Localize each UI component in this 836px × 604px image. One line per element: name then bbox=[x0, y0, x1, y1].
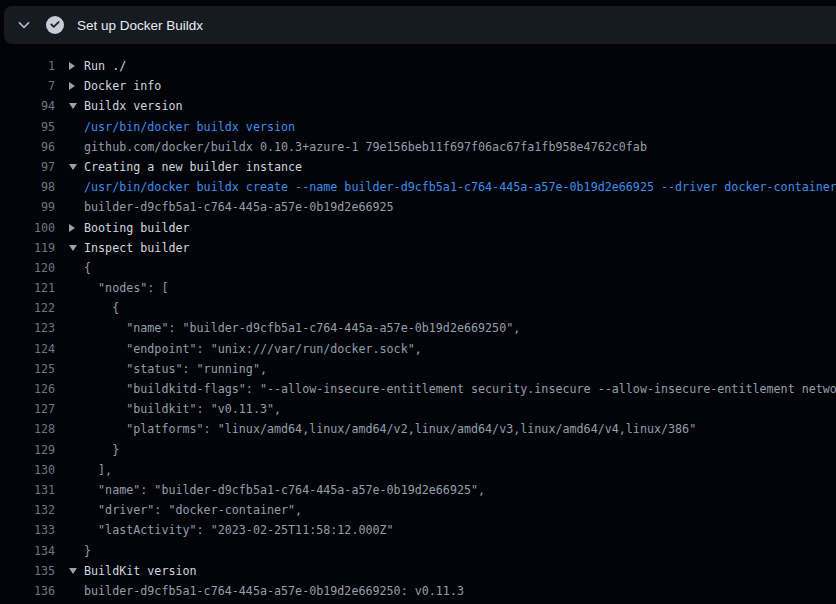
log-line: 95/usr/bin/docker buildx version bbox=[0, 117, 836, 137]
log-text: "platforms": "linux/amd64,linux/amd64/v2… bbox=[84, 419, 696, 439]
group-title[interactable]: BuildKit version bbox=[84, 561, 197, 581]
line-number[interactable]: 128 bbox=[0, 419, 55, 439]
log-text: "lastActivity": "2023-02-25T11:58:12.000… bbox=[84, 520, 394, 540]
line-number[interactable]: 135 bbox=[0, 561, 55, 581]
log-line: 96github.com/docker/buildx 0.10.3+azure-… bbox=[0, 137, 836, 157]
chevron-down-icon[interactable] bbox=[12, 13, 36, 37]
group-expanded-arrow-icon[interactable] bbox=[69, 164, 77, 170]
log-text: "buildkitd-flags": "--allow-insecure-ent… bbox=[84, 379, 836, 399]
step-title: Set up Docker Buildx bbox=[77, 18, 203, 33]
gutter bbox=[55, 82, 84, 90]
log-line: 132 "driver": "docker-container", bbox=[0, 500, 836, 520]
log-text: { bbox=[84, 258, 91, 278]
log-line: 97Creating a new builder instance bbox=[0, 157, 836, 177]
log-line: 127 "buildkit": "v0.11.3", bbox=[0, 399, 836, 419]
log-text: "endpoint": "unix:///var/run/docker.sock… bbox=[84, 339, 422, 359]
group-collapsed-arrow-icon[interactable] bbox=[69, 224, 75, 232]
line-number[interactable]: 1 bbox=[0, 56, 55, 76]
group-expanded-arrow-icon[interactable] bbox=[69, 568, 77, 574]
line-number[interactable]: 95 bbox=[0, 117, 55, 137]
log-output: 1Run ./7Docker info94Buildx version95/us… bbox=[0, 44, 836, 604]
gutter bbox=[55, 568, 84, 574]
log-text: { bbox=[84, 298, 119, 318]
line-number[interactable]: 129 bbox=[0, 440, 55, 460]
line-number[interactable]: 122 bbox=[0, 298, 55, 318]
log-text: } bbox=[84, 440, 119, 460]
check-circle-icon bbox=[46, 16, 64, 34]
log-text: github.com/docker/buildx 0.10.3+azure-1 … bbox=[84, 137, 647, 157]
group-expanded-arrow-icon[interactable] bbox=[69, 103, 77, 109]
log-line: 126 "buildkitd-flags": "--allow-insecure… bbox=[0, 379, 836, 399]
log-text: "driver": "docker-container", bbox=[84, 500, 302, 520]
line-number[interactable]: 124 bbox=[0, 339, 55, 359]
log-line: 122 { bbox=[0, 298, 836, 318]
line-number[interactable]: 134 bbox=[0, 541, 55, 561]
line-number[interactable]: 127 bbox=[0, 399, 55, 419]
gutter bbox=[55, 245, 84, 251]
group-title[interactable]: Run ./ bbox=[84, 56, 126, 76]
group-title[interactable]: Inspect builder bbox=[84, 238, 190, 258]
log-line: 121 "nodes": [ bbox=[0, 278, 836, 298]
line-number[interactable]: 133 bbox=[0, 520, 55, 540]
line-number[interactable]: 96 bbox=[0, 137, 55, 157]
log-line: 120{ bbox=[0, 258, 836, 278]
step-header[interactable]: Set up Docker Buildx bbox=[4, 6, 836, 44]
group-collapsed-arrow-icon[interactable] bbox=[69, 82, 75, 90]
group-collapsed-arrow-icon[interactable] bbox=[69, 62, 75, 70]
line-number[interactable]: 125 bbox=[0, 359, 55, 379]
log-line: 130 ], bbox=[0, 460, 836, 480]
line-number[interactable]: 99 bbox=[0, 197, 55, 217]
line-number[interactable]: 126 bbox=[0, 379, 55, 399]
line-number[interactable]: 131 bbox=[0, 480, 55, 500]
log-text: } bbox=[84, 541, 91, 561]
log-line: 7Docker info bbox=[0, 76, 836, 96]
log-line: 125 "status": "running", bbox=[0, 359, 836, 379]
gutter bbox=[55, 103, 84, 109]
line-number[interactable]: 136 bbox=[0, 581, 55, 601]
command-text: /usr/bin/docker buildx create --name bui… bbox=[84, 177, 836, 197]
log-text: "name": "builder-d9cfb5a1-c764-445a-a57e… bbox=[84, 318, 520, 338]
line-number[interactable]: 7 bbox=[0, 76, 55, 96]
line-number[interactable]: 120 bbox=[0, 258, 55, 278]
group-expanded-arrow-icon[interactable] bbox=[69, 245, 77, 251]
log-line: 99builder-d9cfb5a1-c764-445a-a57e-0b19d2… bbox=[0, 197, 836, 217]
line-number[interactable]: 121 bbox=[0, 278, 55, 298]
log-text: "buildkit": "v0.11.3", bbox=[84, 399, 281, 419]
line-number[interactable]: 130 bbox=[0, 460, 55, 480]
log-line: 129 } bbox=[0, 440, 836, 460]
log-line: 123 "name": "builder-d9cfb5a1-c764-445a-… bbox=[0, 318, 836, 338]
log-text: "status": "running", bbox=[84, 359, 267, 379]
line-number[interactable]: 98 bbox=[0, 177, 55, 197]
gutter bbox=[55, 164, 84, 170]
log-line: 124 "endpoint": "unix:///var/run/docker.… bbox=[0, 339, 836, 359]
log-text: ], bbox=[84, 460, 112, 480]
line-number[interactable]: 123 bbox=[0, 318, 55, 338]
gutter bbox=[55, 224, 84, 232]
group-title[interactable]: Docker info bbox=[84, 76, 161, 96]
log-line: 100Booting builder bbox=[0, 218, 836, 238]
line-number[interactable]: 97 bbox=[0, 157, 55, 177]
log-line: 119Inspect builder bbox=[0, 238, 836, 258]
log-line: 136builder-d9cfb5a1-c764-445a-a57e-0b19d… bbox=[0, 581, 836, 601]
log-line: 133 "lastActivity": "2023-02-25T11:58:12… bbox=[0, 520, 836, 540]
line-number[interactable]: 94 bbox=[0, 96, 55, 116]
log-line: 135BuildKit version bbox=[0, 561, 836, 581]
log-text: builder-d9cfb5a1-c764-445a-a57e-0b19d2e6… bbox=[84, 581, 464, 601]
line-number[interactable]: 132 bbox=[0, 500, 55, 520]
command-text: /usr/bin/docker buildx version bbox=[84, 117, 295, 137]
line-number[interactable]: 119 bbox=[0, 238, 55, 258]
group-title[interactable]: Buildx version bbox=[84, 96, 183, 116]
log-text: builder-d9cfb5a1-c764-445a-a57e-0b19d2e6… bbox=[84, 197, 394, 217]
gutter bbox=[55, 62, 84, 70]
log-line: 128 "platforms": "linux/amd64,linux/amd6… bbox=[0, 419, 836, 439]
group-title[interactable]: Booting builder bbox=[84, 218, 190, 238]
log-text: "name": "builder-d9cfb5a1-c764-445a-a57e… bbox=[84, 480, 485, 500]
group-title[interactable]: Creating a new builder instance bbox=[84, 157, 302, 177]
log-line: 98/usr/bin/docker buildx create --name b… bbox=[0, 177, 836, 197]
log-line: 94Buildx version bbox=[0, 96, 836, 116]
log-line: 134} bbox=[0, 541, 836, 561]
line-number[interactable]: 100 bbox=[0, 218, 55, 238]
log-text: "nodes": [ bbox=[84, 278, 168, 298]
log-line: 131 "name": "builder-d9cfb5a1-c764-445a-… bbox=[0, 480, 836, 500]
log-line: 1Run ./ bbox=[0, 56, 836, 76]
